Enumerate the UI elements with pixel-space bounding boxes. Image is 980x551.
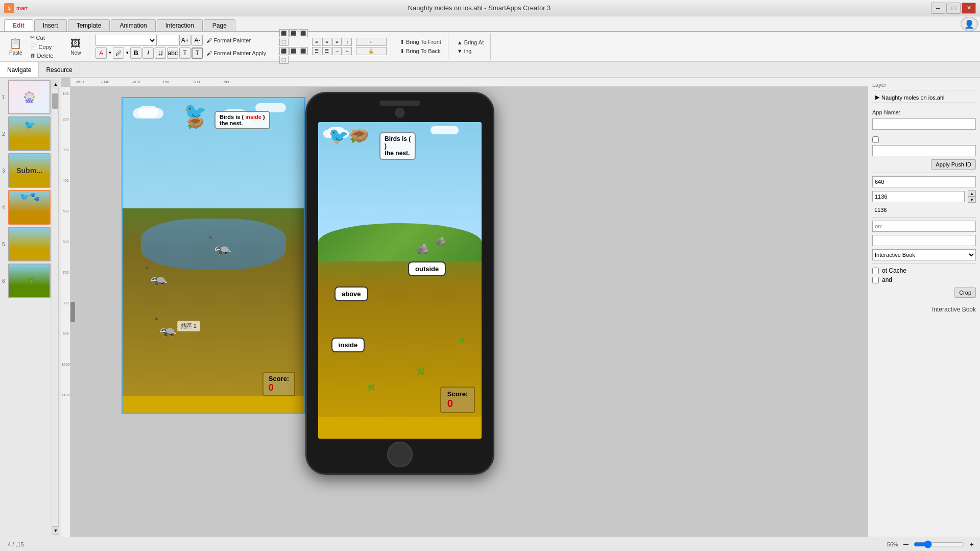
bold-button[interactable]: B [130,47,141,59]
apply-push-id-button[interactable]: Apply Push ID [931,159,976,170]
font-family-select[interactable] [95,35,157,46]
checkbox-1[interactable] [872,136,879,143]
height-down-button[interactable]: ▼ [968,197,976,203]
height-input[interactable] [872,191,965,202]
field-input-1[interactable] [872,145,976,156]
highlight-dropdown[interactable]: ▼ [125,51,129,55]
desc-input[interactable] [872,221,976,232]
distribute-v-button[interactable]: ⬚ [279,56,289,64]
layer-item-main[interactable]: ▶ Naughty moles on ios.ahl [872,92,976,103]
strikethrough-button[interactable]: abc [167,47,178,59]
position-button[interactable]: ↔ [356,38,387,46]
format-painter-button[interactable]: 🖌 Format Painter [204,36,253,44]
send-at-button[interactable]: ▼ ing [455,47,486,55]
zoom-slider[interactable] [914,540,965,548]
font-size-input[interactable] [158,35,178,46]
no-cache-checkbox[interactable] [872,268,879,274]
list-number-button[interactable]: ☰ [322,47,331,55]
align-left-button[interactable]: ⬛ [279,29,289,37]
italic-button[interactable]: I [142,47,154,59]
height-up-button[interactable]: ▲ [968,190,976,197]
font-color-dropdown[interactable]: ▼ [108,51,112,55]
close-button[interactable]: ✕ [962,3,976,14]
slide-thumb-6[interactable]: 🌿 [8,263,51,298]
align-right-button[interactable]: ⬛ [299,29,308,37]
band-checkbox[interactable] [872,277,879,283]
tab-page[interactable]: Page [204,19,235,31]
tab-edit[interactable]: Edit [4,19,33,31]
phone-answer-outside[interactable]: outside [408,261,446,276]
font-size-decrease-button[interactable]: A- [192,35,203,46]
new-group: 🖼 New [62,33,89,60]
phone-answer-inside[interactable]: inside [331,338,365,352]
delete-button[interactable]: 🗑 Delete [28,52,56,60]
crop-button[interactable]: Crop [954,288,976,298]
indent-button[interactable]: → [332,47,342,55]
text-align-right-button[interactable]: ≡ [332,38,342,46]
nav-tab-resource[interactable]: Resource [39,62,80,77]
font-size-increase-button[interactable]: A+ [179,35,190,46]
tab-template[interactable]: Template [68,19,110,31]
type-select[interactable]: Interactive Book Other [872,249,976,260]
birds-text-1: Birds is ( [220,114,245,120]
slide-scrollbar[interactable]: ▲ ▼ [52,80,59,535]
copy-button[interactable]: 📄 Copy [28,42,56,51]
align-center-button[interactable]: ⬛ [289,29,298,37]
text-spacing-button[interactable]: ↕ [343,38,352,46]
slide-thumb-2[interactable]: 🐦 [8,116,51,151]
distribute-h-button[interactable]: ⬚ [279,38,289,46]
bring-to-back-button[interactable]: ⬇ Bring To Back [397,47,444,56]
phone-home-button[interactable] [387,442,413,467]
align-top-button[interactable]: ⬛ [279,47,289,55]
underline-button[interactable]: U [155,47,166,59]
maximize-button[interactable]: □ [946,3,961,14]
scroll-up-button[interactable]: ▲ [52,80,59,88]
app-name-input[interactable] [872,118,976,130]
highlight-color-button[interactable]: 🖊 [113,47,124,59]
canvas-nav-arrow[interactable]: ‹ [70,302,75,322]
bring-to-front-button[interactable]: ⬆ Bring To Front [397,38,444,46]
slide-thumb-4[interactable]: 🐦🐾 [8,190,51,225]
slide-canvas[interactable]: 🐦 🪹 Birds is ( inside )the nest. [122,97,305,414]
format-painter-apply-button[interactable]: 🖌 Format Painter Apply [204,49,269,57]
new-button[interactable]: 🖼 New [66,36,85,57]
zoom-out-button[interactable]: ─ [903,540,909,548]
scroll-down-button[interactable]: ▼ [52,526,59,534]
position-controls: ↔ 🔒 [356,38,387,55]
zoom-in-button[interactable]: + [970,540,974,548]
interaction-input[interactable] [872,235,976,246]
height-display: 1136 [872,206,976,214]
tab-animation[interactable]: Animation [111,19,155,31]
crop-row: Crop [872,288,976,298]
slide-thumb-1[interactable]: 🎡 [8,80,51,114]
align-bottom-button[interactable]: ⬛ [299,47,308,55]
width-input[interactable]: 640 [872,176,976,187]
text-outline-button[interactable]: T [192,47,203,59]
desc-row [872,221,976,232]
outdent-button[interactable]: ← [343,47,352,55]
phone-speaker [379,101,420,106]
list-style-button[interactable]: ☰ [312,47,321,55]
nav-tab-navigate[interactable]: Navigate [0,62,39,77]
slide-thumb-3[interactable]: Subm... [8,153,51,188]
tab-insert[interactable]: Insert [34,19,67,31]
app-name-label: App Name: [872,109,903,115]
scroll-thumb[interactable] [52,93,58,109]
tab-interaction[interactable]: Interaction [157,19,203,31]
ruler-mark: 700 [63,271,69,274]
text-align-left-button[interactable]: ≡ [312,38,321,46]
paste-button[interactable]: 📋 Paste [6,36,26,57]
delete-label: Delete [37,53,54,59]
text-style-button[interactable]: T [179,47,190,59]
align-middle-button[interactable]: ⬛ [289,47,298,55]
font-color-button[interactable]: A [95,47,107,59]
cut-button[interactable]: ✂ Cut [28,33,56,42]
slide-thumb-5[interactable] [8,227,51,261]
phone-answer-above[interactable]: above [334,286,368,301]
bring-at-button[interactable]: ▲ Bring At [455,38,486,46]
minimize-button[interactable]: ─ [931,3,945,14]
app-name-input-row [872,118,976,130]
text-align-center-button[interactable]: ≡ [322,38,331,46]
lock-button[interactable]: 🔒 [356,47,387,55]
user-profile-tab[interactable]: 👤 [961,17,978,31]
